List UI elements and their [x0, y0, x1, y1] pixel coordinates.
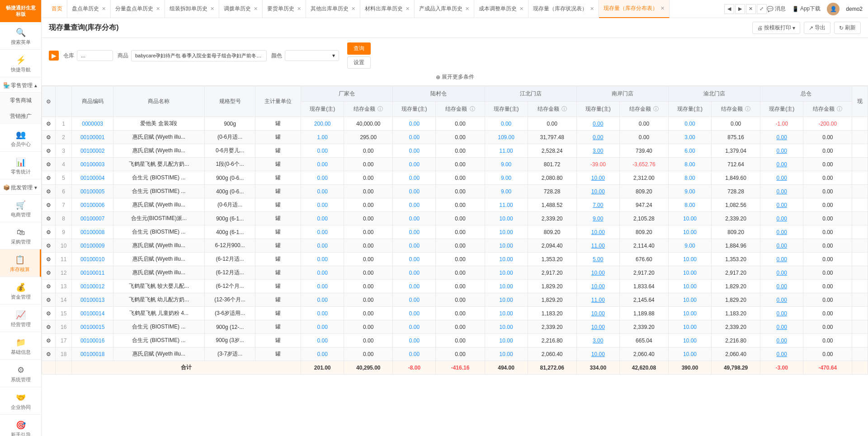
row-zc-qty[interactable]: 0.00 — [760, 212, 803, 225]
sidebar-item-coop[interactable]: 🤝 企业协同 — [0, 387, 41, 415]
messages-button[interactable]: 💬 消息 — [767, 5, 786, 13]
row-jb-qty[interactable]: 11.00 — [485, 198, 528, 212]
row-jb-qty[interactable]: 10.00 — [485, 212, 528, 225]
info-icon[interactable]: ⓘ — [837, 106, 842, 112]
row-yb-qty[interactable]: 10.00 — [668, 320, 711, 334]
row-gear[interactable]: ⚙ — [42, 253, 56, 266]
row-f-qty[interactable]: 0.00 — [301, 212, 344, 225]
row-gear[interactable]: ⚙ — [42, 307, 56, 320]
row-jb-qty[interactable]: 10.00 — [485, 239, 528, 253]
row-code[interactable]: 00100018 — [72, 347, 113, 361]
row-f-qty[interactable]: 0.00 — [301, 198, 344, 212]
th-gear[interactable]: ⚙ — [42, 86, 56, 117]
close-icon[interactable]: ✕ — [660, 5, 665, 11]
row-code[interactable]: 00100001 — [72, 131, 113, 144]
row-zc-qty[interactable]: 0.00 — [760, 225, 803, 239]
row-code[interactable]: 00100003 — [72, 158, 113, 171]
tab-stock-dist[interactable]: 现存量（库存分布表） ✕ — [599, 0, 670, 18]
row-f-qty[interactable]: 0.00 — [301, 253, 344, 266]
expand-more-button[interactable]: ⊕ 展开更多条件 — [436, 73, 474, 81]
row-l-qty[interactable]: 0.00 — [393, 334, 436, 347]
row-f-qty[interactable]: 0.00 — [301, 239, 344, 253]
row-na-qty[interactable]: 10.00 — [576, 171, 619, 185]
row-yb-qty[interactable]: 10.00 — [668, 334, 711, 347]
row-zc-qty[interactable]: 0.00 — [760, 198, 803, 212]
row-na-qty[interactable]: 5.00 — [576, 253, 619, 266]
close-icon[interactable]: ✕ — [102, 6, 106, 12]
row-zc-qty[interactable]: 0.00 — [760, 307, 803, 320]
row-l-qty[interactable]: 0.00 — [393, 144, 436, 158]
row-yb-qty[interactable]: 8.00 — [668, 198, 711, 212]
row-jb-qty[interactable]: 10.00 — [485, 293, 528, 307]
row-zc-qty[interactable]: 0.00 — [760, 239, 803, 253]
row-yb-qty[interactable]: 0.00 — [668, 117, 711, 131]
row-l-qty[interactable]: 0.00 — [393, 198, 436, 212]
sidebar-item-nav[interactable]: ⚡ 快捷导航 — [0, 50, 41, 77]
close-icon[interactable]: ✕ — [210, 6, 214, 12]
row-jb-qty[interactable]: 10.00 — [485, 307, 528, 320]
row-yb-qty[interactable]: 9.00 — [668, 185, 711, 198]
row-code[interactable]: 00100015 — [72, 320, 113, 334]
sidebar-item-inventory[interactable]: 📋 库存核算 — [0, 249, 41, 277]
tab-close-all-button[interactable]: ✕ — [746, 4, 756, 14]
row-yb-qty[interactable]: 6.00 — [668, 144, 711, 158]
row-f-qty[interactable]: 1.00 — [301, 131, 344, 144]
row-code[interactable]: 00100007 — [72, 212, 113, 225]
row-na-qty[interactable]: 10.00 — [576, 320, 619, 334]
row-jb-qty[interactable]: 10.00 — [485, 320, 528, 334]
row-f-qty[interactable]: 0.00 — [301, 320, 344, 334]
row-gear[interactable]: ⚙ — [42, 239, 56, 253]
expand-arrow-icon[interactable]: ▶ — [49, 51, 59, 61]
info-icon[interactable]: ⓘ — [745, 106, 750, 112]
row-f-qty[interactable]: 0.00 — [301, 334, 344, 347]
row-gear[interactable]: ⚙ — [42, 266, 56, 280]
row-na-qty[interactable]: 3.00 — [576, 334, 619, 347]
tab-home[interactable]: 首页 — [47, 0, 67, 18]
tab-next-button[interactable]: ▶ — [735, 4, 745, 14]
row-yb-qty[interactable]: 10.00 — [668, 253, 711, 266]
row-yb-qty[interactable]: 10.00 — [668, 280, 711, 293]
row-jb-qty[interactable]: 10.00 — [485, 280, 528, 293]
close-icon[interactable]: ✕ — [465, 6, 469, 12]
row-zc-qty[interactable]: 0.00 — [760, 334, 803, 347]
row-code[interactable]: 00100014 — [72, 307, 113, 320]
tab-fullscreen-button[interactable]: ⤢ — [757, 4, 767, 14]
row-f-qty[interactable]: 0.00 — [301, 158, 344, 171]
sidebar-item-operation[interactable]: 📈 经营管理 — [0, 305, 41, 332]
tab-assembly[interactable]: 组装拆卸单历史 ✕ — [165, 0, 219, 18]
row-gear[interactable]: ⚙ — [42, 334, 56, 347]
export-button[interactable]: ↗ 导出 — [804, 22, 830, 34]
row-na-qty[interactable]: 7.00 — [576, 198, 619, 212]
row-gear[interactable]: ⚙ — [42, 185, 56, 198]
row-yb-qty[interactable]: 10.00 — [668, 347, 711, 361]
row-na-qty[interactable]: 10.00 — [576, 307, 619, 320]
row-code[interactable]: 0000003 — [72, 117, 113, 131]
print-button[interactable]: 🖨 按模板打印 ▾ — [752, 22, 800, 34]
row-na-qty[interactable]: 3.00 — [576, 144, 619, 158]
row-jb-qty[interactable]: 10.00 — [485, 253, 528, 266]
sidebar-item-wholesale[interactable]: 📦 批发管理 ▼ — [0, 179, 41, 195]
row-code[interactable]: 00100005 — [72, 185, 113, 198]
row-code[interactable]: 00100006 — [72, 198, 113, 212]
row-na-qty[interactable]: 0.00 — [576, 117, 619, 131]
row-jb-qty[interactable]: 11.00 — [485, 144, 528, 158]
row-jb-qty[interactable]: 10.00 — [485, 334, 528, 347]
color-input[interactable]: ▾ — [285, 50, 339, 61]
tab-request[interactable]: 要货单历史 ✕ — [263, 0, 306, 18]
row-l-qty[interactable]: 0.00 — [393, 171, 436, 185]
row-f-qty[interactable]: 0.00 — [301, 144, 344, 158]
row-l-qty[interactable]: 0.00 — [393, 117, 436, 131]
row-yb-qty[interactable]: 10.00 — [668, 225, 711, 239]
row-l-qty[interactable]: 0.00 — [393, 307, 436, 320]
row-yb-qty[interactable]: 10.00 — [668, 293, 711, 307]
row-zc-qty[interactable]: 0.00 — [760, 158, 803, 171]
row-gear[interactable]: ⚙ — [42, 347, 56, 361]
avatar[interactable]: 👤 — [827, 3, 840, 15]
row-f-qty[interactable]: 0.00 — [301, 171, 344, 185]
close-icon[interactable]: ✕ — [156, 6, 160, 12]
tab-product-in[interactable]: 产成品入库单历史 ✕ — [415, 0, 474, 18]
row-na-qty[interactable]: 10.00 — [576, 347, 619, 361]
row-l-qty[interactable]: 0.00 — [393, 131, 436, 144]
sidebar-item-search[interactable]: 🔍 搜索英单 — [0, 22, 41, 50]
row-zc-qty[interactable]: 0.00 — [760, 266, 803, 280]
